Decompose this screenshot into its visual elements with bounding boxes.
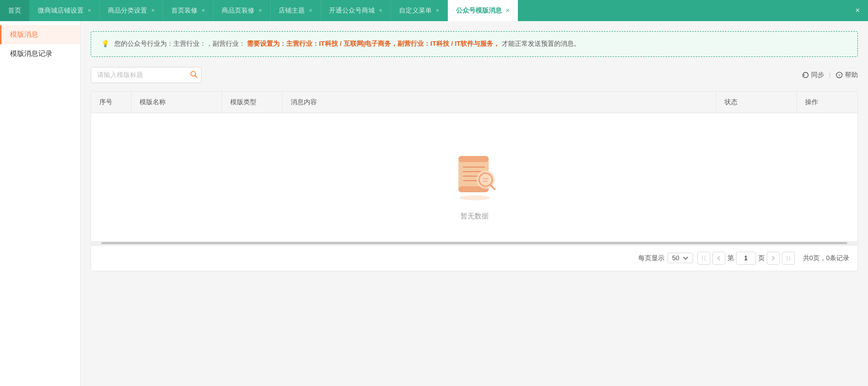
col-header-status: 状态 <box>716 92 797 113</box>
nav-tab-close-3[interactable]: × <box>202 7 205 14</box>
global-close-button[interactable]: × <box>855 6 860 15</box>
svg-text:?: ? <box>838 73 841 78</box>
page-controls: ⟨⟨ 第 页 ⟩⟩ <box>697 252 795 265</box>
notice-icon: 💡 <box>101 40 109 47</box>
svg-point-4 <box>459 195 490 200</box>
search-input-wrap <box>91 67 202 83</box>
next-page-button[interactable] <box>767 252 780 265</box>
search-bar: 同步 | ? 帮助 <box>91 67 858 83</box>
svg-line-1 <box>195 75 197 78</box>
help-button[interactable]: ? 帮助 <box>836 70 858 80</box>
notice-text2: 才能正常发送预置的消息。 <box>502 40 580 47</box>
top-nav: 首页微商城店铺设置×商品分类设置×首页装修×商品页装修×店铺主题×开通公众号商城… <box>0 0 868 21</box>
empty-illustration <box>444 143 505 204</box>
page-number-input[interactable] <box>736 252 756 265</box>
nav-tab-1[interactable]: 微商城店铺设置× <box>30 0 100 21</box>
nav-tab-close-8[interactable]: × <box>506 7 509 14</box>
col-header-name: 模版名称 <box>131 92 222 113</box>
page-label1: 第 <box>727 254 734 263</box>
sidebar: 模版消息模版消息记录 <box>0 21 81 386</box>
col-header-action: 操作 <box>797 92 857 113</box>
nav-tab-close-7[interactable]: × <box>436 7 439 14</box>
content-area: 💡 您的公众号行业为：主营行业：，副营行业： 需要设置为：主营行业：IT科技 /… <box>81 21 868 386</box>
nav-tab-6[interactable]: 开通公众号商城× <box>321 0 391 21</box>
nav-tab-8[interactable]: 公众号模版消息× <box>448 0 518 21</box>
search-right: 同步 | ? 帮助 <box>802 70 858 80</box>
col-header-index: 序号 <box>91 92 131 113</box>
page-size-value: 50 <box>672 254 679 262</box>
nav-tab-close-4[interactable]: × <box>258 7 262 14</box>
nav-tab-3[interactable]: 首页装修× <box>163 0 214 21</box>
total-info: 共0页，0条记录 <box>803 254 849 263</box>
empty-state: 暂无数据 <box>91 113 857 241</box>
nav-tab-close-6[interactable]: × <box>379 7 382 14</box>
col-header-content: 消息内容 <box>283 92 716 113</box>
nav-tab-0[interactable]: 首页 <box>0 0 30 21</box>
sidebar-item-0[interactable]: 模版消息 <box>0 25 80 44</box>
per-page-select: 每页显示 50 <box>638 253 693 263</box>
page-size-selector[interactable]: 50 <box>667 253 693 263</box>
search-input[interactable] <box>91 67 202 83</box>
prev-page-button[interactable] <box>712 252 725 265</box>
nav-tab-close-2[interactable]: × <box>151 7 155 14</box>
table-header: 序号 模版名称 模版类型 消息内容 状态 操作 <box>91 92 857 113</box>
sidebar-item-1[interactable]: 模版消息记录 <box>0 44 80 63</box>
nav-tab-5[interactable]: 店铺主题× <box>271 0 321 21</box>
pagination: 每页显示 50 ⟨⟨ 第 页 <box>91 245 857 271</box>
search-left <box>91 67 202 83</box>
page-label2: 页 <box>758 254 765 263</box>
notice-text1: 您的公众号行业为：主营行业：，副营行业： <box>114 40 245 47</box>
notice-banner: 💡 您的公众号行业为：主营行业：，副营行业： 需要设置为：主营行业：IT科技 /… <box>91 31 858 57</box>
table-scrollbar[interactable] <box>91 241 857 245</box>
divider: | <box>829 71 831 79</box>
empty-text: 暂无数据 <box>460 212 489 221</box>
nav-tab-2[interactable]: 商品分类设置× <box>100 0 163 21</box>
sync-label: 同步 <box>811 70 824 80</box>
svg-rect-6 <box>458 156 489 162</box>
last-page-button[interactable]: ⟩⟩ <box>782 252 795 265</box>
per-page-label: 每页显示 <box>638 254 664 263</box>
first-page-button[interactable]: ⟨⟨ <box>697 252 710 265</box>
search-button[interactable] <box>190 70 197 80</box>
nav-tab-close-5[interactable]: × <box>309 7 312 14</box>
nav-tab-close-1[interactable]: × <box>88 7 91 14</box>
scrollbar-thumb[interactable] <box>101 242 847 244</box>
main-layout: 模版消息模版消息记录 💡 您的公众号行业为：主营行业：，副营行业： 需要设置为：… <box>0 21 868 386</box>
help-label: 帮助 <box>845 70 858 80</box>
notice-highlight: 需要设置为：主营行业：IT科技 / 互联网|电子商务，副营行业：IT科技 / I… <box>247 40 500 47</box>
data-table: 序号 模版名称 模版类型 消息内容 状态 操作 <box>91 91 858 271</box>
nav-tab-4[interactable]: 商品页装修× <box>214 0 271 21</box>
sync-button[interactable]: 同步 <box>802 70 824 80</box>
col-header-type: 模版类型 <box>222 92 283 113</box>
nav-tab-7[interactable]: 自定义菜单× <box>391 0 448 21</box>
